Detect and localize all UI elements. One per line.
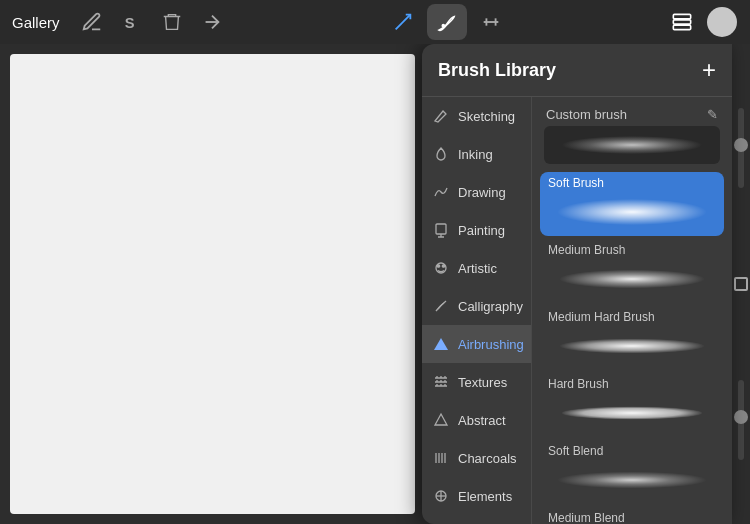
sketching-icon (432, 107, 450, 125)
layers-button[interactable] (666, 6, 698, 38)
category-label: Inking (458, 147, 493, 162)
svg-point-40 (559, 270, 705, 289)
size-slider-thumb[interactable] (734, 138, 748, 152)
category-item-painting[interactable]: Painting (422, 211, 531, 249)
category-item-abstract[interactable]: Abstract (422, 401, 531, 439)
custom-brush-edit-icon[interactable]: ✎ (707, 107, 718, 122)
painting-icon (432, 221, 450, 239)
category-label: Artistic (458, 261, 497, 276)
category-item-drawing[interactable]: Drawing (422, 173, 531, 211)
svg-line-2 (395, 15, 410, 30)
opacity-slider[interactable] (738, 380, 744, 460)
category-item-spraypaints[interactable]: Spraypaints (422, 515, 531, 524)
charcoals-icon (432, 449, 450, 467)
toolbar-left: Gallery S (12, 6, 228, 38)
avatar-button[interactable] (706, 6, 738, 38)
panel-body: Sketching Inking (422, 97, 732, 524)
add-brush-button[interactable]: + (702, 58, 716, 82)
brush-item-medium-hard-brush[interactable]: Medium Hard Brush (540, 306, 724, 370)
category-label: Calligraphy (458, 299, 523, 314)
brush-name: Medium Brush (540, 239, 724, 259)
svg-rect-9 (673, 25, 690, 29)
category-item-charcoals[interactable]: Charcoals (422, 439, 531, 477)
brush-tool-button[interactable] (427, 4, 467, 40)
panel-title: Brush Library (438, 60, 556, 81)
category-list: Sketching Inking (422, 97, 532, 524)
custom-brush-stroke (562, 136, 702, 154)
size-slider[interactable] (738, 108, 744, 188)
avatar-image (707, 7, 737, 37)
category-item-airbrushing[interactable]: Airbrushing (422, 325, 531, 363)
category-item-artistic[interactable]: Artistic (422, 249, 531, 287)
custom-brush-preview (544, 126, 720, 164)
canvas-area: Brush Library + Sketching (0, 44, 750, 524)
inking-icon (432, 145, 450, 163)
brush-name: Soft Blend (540, 440, 724, 460)
gallery-button[interactable]: Gallery (12, 14, 60, 31)
smudge-tool-button[interactable]: S (116, 6, 148, 38)
brush-library-panel: Brush Library + Sketching (422, 44, 732, 524)
brush-preview-hard (540, 393, 724, 437)
category-label: Drawing (458, 185, 506, 200)
category-item-inking[interactable]: Inking (422, 135, 531, 173)
svg-point-14 (437, 265, 439, 267)
toolbar-icons: S (76, 6, 228, 38)
toolbar-right (666, 6, 738, 38)
category-label: Abstract (458, 413, 506, 428)
brush-item-soft-brush[interactable]: Soft Brush (540, 172, 724, 236)
category-label: Elements (458, 489, 512, 504)
brush-name: Hard Brush (540, 373, 724, 393)
category-item-elements[interactable]: Elements (422, 477, 531, 515)
brush-item-medium-blend[interactable]: Medium Blend (540, 507, 724, 524)
category-label: Airbrushing (458, 337, 524, 352)
svg-marker-16 (435, 414, 447, 425)
custom-brush-header: Custom brush ✎ (540, 97, 724, 126)
stroke-tool-button[interactable] (471, 4, 511, 40)
category-label: Textures (458, 375, 507, 390)
svg-rect-7 (673, 14, 690, 18)
category-item-calligraphy[interactable]: Calligraphy (422, 287, 531, 325)
opacity-slider-thumb[interactable] (734, 410, 748, 424)
svg-point-39 (557, 199, 706, 225)
svg-point-41 (559, 339, 705, 354)
brush-name: Medium Hard Brush (540, 306, 724, 326)
brush-item-medium-brush[interactable]: Medium Brush (540, 239, 724, 303)
brush-name: Medium Blend (540, 507, 724, 524)
artistic-icon (432, 259, 450, 277)
toolbar: Gallery S (0, 0, 750, 44)
color-indicator[interactable] (734, 277, 748, 291)
category-item-sketching[interactable]: Sketching (422, 97, 531, 135)
svg-text:S: S (124, 15, 134, 31)
category-item-textures[interactable]: Textures (422, 363, 531, 401)
airbrushing-icon (432, 335, 450, 353)
toolbar-center (228, 4, 666, 40)
drawing-icon (432, 183, 450, 201)
textures-icon (432, 373, 450, 391)
svg-rect-10 (436, 224, 446, 234)
brush-item-soft-blend[interactable]: Soft Blend (540, 440, 724, 504)
panel-header: Brush Library + (422, 44, 732, 97)
modify-tool-button[interactable] (76, 6, 108, 38)
brush-item-hard-brush[interactable]: Hard Brush (540, 373, 724, 437)
right-sliders (732, 44, 750, 524)
brush-preview-medium (540, 259, 724, 303)
brush-name: Soft Brush (540, 172, 724, 192)
elements-icon (432, 487, 450, 505)
svg-point-43 (557, 472, 706, 489)
svg-point-15 (442, 265, 444, 267)
category-label: Sketching (458, 109, 515, 124)
category-label: Painting (458, 223, 505, 238)
category-label: Charcoals (458, 451, 517, 466)
abstract-icon (432, 411, 450, 429)
brush-preview-soft (540, 192, 724, 236)
arrow-tool-button[interactable] (196, 6, 228, 38)
brush-preview-soft-blend (540, 460, 724, 504)
calligraphy-icon (432, 297, 450, 315)
svg-point-3 (441, 24, 445, 28)
svg-rect-8 (673, 20, 690, 24)
pencil-tool-button[interactable] (383, 4, 423, 40)
brush-list: Custom brush ✎ Soft Brush (532, 97, 732, 524)
erase-tool-button[interactable] (156, 6, 188, 38)
canvas-white[interactable] (10, 54, 415, 514)
custom-brush-label: Custom brush (546, 107, 627, 122)
